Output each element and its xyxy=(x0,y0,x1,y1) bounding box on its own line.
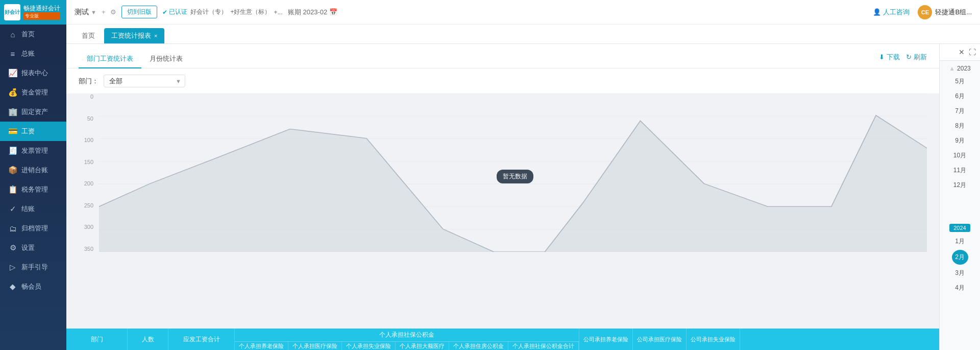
dept-filter-select[interactable]: 全部 研发部 销售部 行政部 财务部 xyxy=(104,75,185,87)
sidebar-item-guide[interactable]: ▷ 新手引导 xyxy=(0,258,66,277)
funds-icon: 💰 xyxy=(8,88,17,97)
topbar-plus-btn[interactable]: + xyxy=(102,8,106,16)
ledger-icon: ≡ xyxy=(8,50,17,58)
refresh-btn[interactable]: ↻ 刷新 xyxy=(906,53,927,62)
tab-home-label: 首页 xyxy=(82,31,95,40)
download-icon: ⬇ xyxy=(879,53,885,61)
sidebar-item-ledger[interactable]: ≡ 总账 xyxy=(0,44,66,63)
month-2024-1[interactable]: 1月 xyxy=(940,234,980,249)
right-panel-header: ✕ ⛶ xyxy=(940,44,980,61)
col-dept-label: 部门 xyxy=(91,335,103,344)
dept-filter-label: 部门： xyxy=(79,77,99,86)
sidebar-nav: ⌂ 首页 ≡ 总账 📈 报表中心 💰 资金管理 🏢 固定资产 💳 工资 🧾 发票… xyxy=(0,25,66,350)
refresh-icon: ↻ xyxy=(906,53,912,61)
subcol-housing-fund: 个人承担住房公积金 xyxy=(449,342,508,350)
y-label-200: 200 xyxy=(84,180,93,186)
help-label: 人工咨询 xyxy=(883,8,910,17)
tab-salary-report[interactable]: 工资统计报表 × xyxy=(104,28,164,43)
sidebar-item-assets[interactable]: 🏢 固定资产 xyxy=(0,102,66,122)
subcol-medical: 个人承担医疗保险 xyxy=(288,342,342,350)
topbar-gear-icon[interactable]: ⚙ xyxy=(110,8,116,16)
filter-bar: 部门： 全部 研发部 销售部 行政部 财务部 ▼ xyxy=(66,68,939,94)
sidebar: 好会计 畅捷通好会计 专业版 ⌂ 首页 ≡ 总账 📈 报表中心 💰 资金管理 🏢… xyxy=(0,0,66,350)
dept-filter-wrap[interactable]: 全部 研发部 销售部 行政部 财务部 ▼ xyxy=(104,75,185,87)
sidebar-item-purchase[interactable]: 📦 进销台账 xyxy=(0,160,66,180)
y-label-50: 50 xyxy=(87,115,93,122)
sidebar-item-reports[interactable]: 📈 报表中心 xyxy=(0,63,66,83)
invoice-icon: 🧾 xyxy=(8,146,17,155)
panel-close-icon[interactable]: ✕ xyxy=(959,48,965,56)
chart-svg-area: 暂无数据 xyxy=(99,94,927,252)
year-2023-up-arrow[interactable]: ▲ xyxy=(949,65,955,72)
more-tags: +... xyxy=(274,9,283,16)
year-2024-badge: 2024 xyxy=(949,224,970,232)
sidebar-item-settings-label: 设置 xyxy=(21,243,35,252)
topbar-right: 👤 人工咨询 CE 轻捷通B组... xyxy=(873,5,972,19)
month-2024-2[interactable]: 2月 xyxy=(952,250,968,265)
switch-old-btn[interactable]: 切到旧版 xyxy=(121,6,157,18)
month-12[interactable]: 12月 xyxy=(940,178,980,193)
y-label-350: 350 xyxy=(84,246,93,252)
month-2024-3[interactable]: 3月 xyxy=(940,266,980,281)
month-10[interactable]: 10月 xyxy=(940,148,980,163)
col-total-salary: 应发工资合计 xyxy=(168,329,235,350)
sub-tab-dept[interactable]: 部门工资统计表 xyxy=(79,50,141,68)
company-dropdown-arrow: ▼ xyxy=(91,9,96,15)
salary-icon: 💳 xyxy=(8,127,17,136)
logo: 好会计 畅捷通好会计 专业版 xyxy=(0,0,66,25)
month-5[interactable]: 5月 xyxy=(940,74,980,89)
tab-close-icon[interactable]: × xyxy=(154,33,157,39)
company-selector[interactable]: 测试 ▼ xyxy=(75,8,96,17)
chart-y-axis: 350 300 250 200 150 100 50 0 xyxy=(79,94,96,252)
company-name: 测试 xyxy=(75,8,89,17)
col-dept: 部门 xyxy=(66,329,128,350)
good-biz-tag: +好生意（标） xyxy=(230,8,271,16)
sidebar-item-home[interactable]: ⌂ 首页 xyxy=(0,25,66,44)
download-label: 下载 xyxy=(887,53,900,62)
good-account-tag: 好会计（专） xyxy=(190,8,227,16)
sidebar-item-checkout[interactable]: ✓ 结账 xyxy=(0,199,66,219)
month-2024-4[interactable]: 4月 xyxy=(940,281,980,295)
sub-tabs: 部门工资统计表 月份统计表 ⬇ 下载 ↻ 刷新 xyxy=(66,44,939,68)
home-icon: ⌂ xyxy=(8,30,17,39)
assets-icon: 🏢 xyxy=(8,107,17,116)
month-6[interactable]: 6月 xyxy=(940,89,980,104)
certified-check-icon: ✔ xyxy=(162,9,167,16)
sidebar-item-vip[interactable]: ◆ 畅会员 xyxy=(0,277,66,296)
chart-container: 350 300 250 200 150 100 50 0 xyxy=(66,94,939,329)
sidebar-item-tax[interactable]: 📋 税务管理 xyxy=(0,180,66,199)
help-btn[interactable]: 👤 人工咨询 xyxy=(873,8,910,17)
col-total-salary-label: 应发工资合计 xyxy=(183,335,220,344)
sidebar-item-invoice-label: 发票管理 xyxy=(21,146,48,155)
download-btn[interactable]: ⬇ 下载 xyxy=(879,53,900,62)
sidebar-item-funds[interactable]: 💰 资金管理 xyxy=(0,83,66,102)
group-personal-label: 个人承担社保公积金 xyxy=(235,329,579,342)
sidebar-item-salary[interactable]: 💳 工资 xyxy=(0,122,66,141)
sub-tab-month[interactable]: 月份统计表 xyxy=(141,50,191,68)
month-11[interactable]: 11月 xyxy=(940,163,980,178)
month-list-2024: 1月 2月 3月 4月 xyxy=(940,234,980,350)
tab-home[interactable]: 首页 xyxy=(75,28,102,43)
checkout-icon: ✓ xyxy=(8,204,17,214)
sidebar-item-tax-label: 税务管理 xyxy=(21,185,48,194)
sidebar-item-salary-label: 工资 xyxy=(21,127,35,136)
sub-tab-dept-label: 部门工资统计表 xyxy=(87,55,133,62)
y-label-250: 250 xyxy=(84,202,93,208)
y-label-150: 150 xyxy=(84,159,93,165)
sidebar-item-funds-label: 资金管理 xyxy=(21,88,48,97)
month-9[interactable]: 9月 xyxy=(940,133,980,148)
month-7[interactable]: 7月 xyxy=(940,104,980,119)
panel-expand-icon[interactable]: ⛶ xyxy=(969,48,976,56)
subcol-total-insurance: 个人承担社保公积金合计 xyxy=(508,342,579,350)
purchase-icon: 📦 xyxy=(8,166,17,175)
month-8[interactable]: 8月 xyxy=(940,119,980,133)
user-menu[interactable]: CE 轻捷通B组... xyxy=(918,5,972,19)
calendar-icon[interactable]: 📅 xyxy=(329,8,337,16)
settings-icon: ⚙ xyxy=(8,243,17,252)
sidebar-item-archive[interactable]: 🗂 归档管理 xyxy=(0,219,66,238)
tax-icon: 📋 xyxy=(8,185,17,194)
avatar: CE xyxy=(918,5,932,19)
group-personal-subcols: 个人承担养老保险 个人承担医疗保险 个人承担失业保险 个人承担大额医疗 个人承担… xyxy=(235,342,579,350)
sidebar-item-invoice[interactable]: 🧾 发票管理 xyxy=(0,141,66,160)
sidebar-item-settings[interactable]: ⚙ 设置 xyxy=(0,238,66,258)
